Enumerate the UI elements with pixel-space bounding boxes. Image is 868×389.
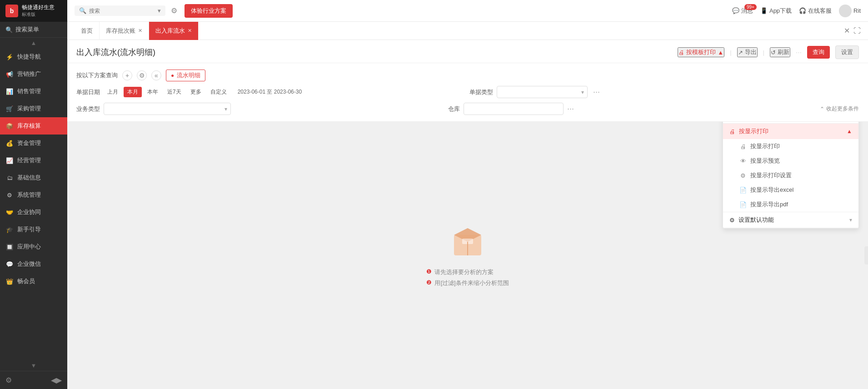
empty-state: ❶ 请先选择要分析的方案 ❷ 用[过滤]条件来缩小分析范围 <box>426 221 509 290</box>
display-print-item[interactable]: 🖨 按显示打印 <box>723 139 858 154</box>
sidebar-item-member[interactable]: 👑 畅会员 <box>0 273 67 290</box>
doc-type-select[interactable] <box>497 86 588 98</box>
date-tab-7days[interactable]: 近7天 <box>164 87 185 97</box>
topbar-search-dropdown[interactable]: ▾ <box>158 7 161 14</box>
main-content: 🔍 ▾ ⚙ 体验行业方案 💬 消息 99+ 📱 App下载 🎧 在线客服 <box>67 0 868 389</box>
tip2-num: ❷ <box>426 279 432 286</box>
default-settings-header[interactable]: ⚙ 设置默认功能 ▾ <box>723 212 858 228</box>
export-button[interactable]: ↗ 导出 <box>737 47 758 57</box>
topbar-gear-icon[interactable]: ⚙ <box>171 6 177 15</box>
tab-batch[interactable]: 库存批次账 ✕ <box>100 22 149 40</box>
filter-row-2: 业务类型 ▾ 仓库 ··· ⌃ 收起更多条件 <box>76 103 859 115</box>
sidebar-item-inventory[interactable]: 📦 库存核算 <box>0 117 67 135</box>
settings-button[interactable]: 设置 <box>835 45 859 59</box>
sidebar-label: 畅会员 <box>17 277 35 285</box>
app-download-button[interactable]: 📱 App下载 <box>760 7 792 15</box>
content-area: ❶ 请先选择要分析的方案 ❷ 用[过滤]条件来缩小分析范围 🖨 按模板打印 <box>67 122 868 389</box>
sidebar-scroll-up[interactable]: ▲ <box>0 38 67 48</box>
biz-type-label: 业务类型 <box>76 105 100 113</box>
collapse-sidebar-icon[interactable]: ◀▶ <box>51 376 62 384</box>
sales-icon: 📊 <box>5 87 14 95</box>
default-settings-icon: ⚙ <box>729 217 735 224</box>
sidebar-item-finance[interactable]: 💰 资金管理 <box>0 135 67 152</box>
collab-icon: 🤝 <box>5 208 14 216</box>
date-tab-custom[interactable]: 自定义 <box>207 87 230 97</box>
sidebar-label: 应用中心 <box>17 243 41 251</box>
message-button[interactable]: 💬 消息 99+ <box>732 7 753 15</box>
right-edge-handle[interactable] <box>864 246 868 264</box>
sidebar-item-collab[interactable]: 🤝 企业协同 <box>0 204 67 221</box>
maximize-window-icon[interactable]: ⛶ <box>853 27 861 35</box>
date-tab-last-month[interactable]: 上月 <box>104 87 122 97</box>
refresh-button[interactable]: ↺ 刷新 <box>770 47 790 57</box>
tab-home[interactable]: 首页 <box>75 22 100 40</box>
close-window-icon[interactable]: ✕ <box>844 26 850 35</box>
sidebar-item-basic[interactable]: 🗂 基础信息 <box>0 169 67 186</box>
headset-icon: 🎧 <box>799 7 806 14</box>
export-icon: ↗ <box>738 49 743 56</box>
display-excel-icon: 📄 <box>739 186 747 194</box>
date-tab-more[interactable]: 更多 <box>187 87 205 97</box>
sidebar-scroll-down[interactable]: ▼ <box>0 360 67 371</box>
sidebar-item-sales[interactable]: 📊 销售管理 <box>0 83 67 100</box>
wechat-icon: 💬 <box>5 260 14 268</box>
sidebar-logo: b 畅捷通好生意 标准版 <box>0 0 67 22</box>
tabbar: 首页 库存批次账 ✕ 出入库流水 ✕ ✕ ⛶ <box>67 22 868 40</box>
filter-collapse-icon[interactable]: « <box>151 70 161 80</box>
filter-tag[interactable]: ● 流水明细 <box>166 70 205 81</box>
sidebar-item-quick-nav[interactable]: ⚡ 快捷导航 <box>0 48 67 65</box>
filter-add-button[interactable]: + <box>122 70 132 80</box>
sidebar-item-apps[interactable]: 🔲 应用中心 <box>0 238 67 255</box>
apps-icon: 🔲 <box>5 243 14 251</box>
tab-flow-close[interactable]: ✕ <box>188 28 192 34</box>
sidebar-item-operations[interactable]: 📈 经营管理 <box>0 152 67 169</box>
sidebar-item-guide[interactable]: 🎓 新手引导 <box>0 221 67 238</box>
print-dropdown-arrow: ▲ <box>718 49 723 56</box>
display-pdf-item[interactable]: 📄 按显示导出pdf <box>723 197 858 212</box>
display-print-label: 按显示打印 <box>750 142 780 150</box>
print-template-button[interactable]: 🖨 按模板打印 ▲ <box>678 47 724 57</box>
display-print-title: 🖨 按显示打印 <box>729 127 768 135</box>
warehouse-more-button[interactable]: ··· <box>567 104 574 114</box>
doc-type-more[interactable]: ··· <box>593 87 600 97</box>
date-tab-current-month[interactable]: 本月 <box>124 87 142 97</box>
tip1-num: ❶ <box>426 268 432 275</box>
display-preview-item[interactable]: 👁 按显示预览 <box>723 154 858 168</box>
search-icon: 🔍 <box>5 26 13 33</box>
sidebar-label: 新手引导 <box>17 225 41 234</box>
sidebar-item-system[interactable]: ⚙ 系统管理 <box>0 186 67 204</box>
user-avatar-button[interactable]: Rit <box>839 5 861 17</box>
sidebar-item-wechat[interactable]: 💬 企业微信 <box>0 255 67 273</box>
message-badge: 99+ <box>744 4 757 10</box>
tab-batch-close[interactable]: ✕ <box>138 28 142 34</box>
display-settings-icon: ⚙ <box>739 172 747 179</box>
display-print-settings-item[interactable]: ⚙ 按显示打印设置 <box>723 168 858 183</box>
tab-flow[interactable]: 出入库流水 ✕ <box>149 22 199 40</box>
query-label: 查询 <box>813 48 824 56</box>
topbar-search-box[interactable]: 🔍 ▾ <box>75 5 165 16</box>
topbar-right: 💬 消息 99+ 📱 App下载 🎧 在线客服 Rit <box>732 5 861 17</box>
settings-label: 设置 <box>841 48 853 56</box>
template-pdf-item[interactable]: 📄 按模板导出pdf <box>723 122 858 123</box>
display-print-header[interactable]: 🖨 按显示打印 ▲ <box>723 124 858 139</box>
biz-type-select[interactable] <box>104 103 231 115</box>
date-tab-current-year[interactable]: 本年 <box>144 87 162 97</box>
quick-nav-icon: ⚡ <box>5 53 14 61</box>
filter-collapse-button[interactable]: ⌃ 收起更多条件 <box>820 105 859 113</box>
sidebar-label: 基础信息 <box>17 174 41 182</box>
topbar-search-input[interactable] <box>89 8 155 14</box>
settings-icon[interactable]: ⚙ <box>5 376 12 384</box>
industry-solution-button[interactable]: 体验行业方案 <box>185 4 233 18</box>
filter-header-label: 按以下方案查询 <box>76 71 118 80</box>
display-excel-item[interactable]: 📄 按显示导出excel <box>723 183 858 197</box>
filter-settings-button[interactable]: ⚙ <box>137 70 147 80</box>
sidebar-item-marketing[interactable]: 📢 营销推广 <box>0 65 67 83</box>
query-button[interactable]: 查询 <box>807 46 830 59</box>
message-icon: 💬 <box>732 7 739 14</box>
sidebar-search[interactable]: 🔍 搜索菜单 <box>0 22 67 38</box>
warehouse-input[interactable] <box>464 103 564 115</box>
default-settings-arrow: ▾ <box>849 217 852 223</box>
online-service-button[interactable]: 🎧 在线客服 <box>799 7 832 15</box>
sidebar-item-purchase[interactable]: 🛒 采购管理 <box>0 100 67 117</box>
filter-header: 按以下方案查询 + ⚙ « ● 流水明细 <box>76 70 859 81</box>
